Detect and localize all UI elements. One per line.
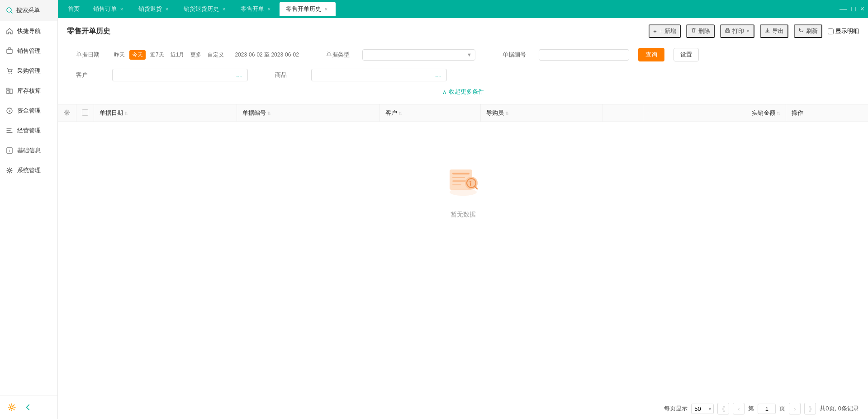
select-all-checkbox[interactable] xyxy=(82,109,88,116)
sidebar-item-label: 快捷导航 xyxy=(17,27,41,35)
tab-sales-return-history[interactable]: 销货退货历史 × xyxy=(177,2,233,16)
print-button[interactable]: 打印 ▼ xyxy=(720,24,754,38)
pagination-next-btn[interactable]: › xyxy=(789,403,801,414)
tab-retail-open-close[interactable]: × xyxy=(266,6,272,12)
date-filter-label: 单据日期 xyxy=(76,51,103,59)
svg-point-16 xyxy=(66,112,68,113)
settings-col-icon xyxy=(64,110,70,117)
doc-type-select-wrapper: ▼ xyxy=(362,49,475,61)
product-input-wrapper: ... xyxy=(311,69,447,81)
sidebar-item-sales-mgmt[interactable]: 销售管理 xyxy=(0,41,57,61)
pagination-first-btn[interactable]: ⟪ xyxy=(717,403,729,414)
doc-type-select[interactable] xyxy=(362,49,475,61)
date-today[interactable]: 今天 xyxy=(129,50,146,60)
sort-doc-date-icon: ⇅ xyxy=(124,111,128,116)
inventory-icon xyxy=(5,87,14,95)
window-restore-btn[interactable]: □ xyxy=(851,5,856,13)
th-doc-no[interactable]: 单据编号 ⇅ xyxy=(237,104,379,122)
sort-guide-icon: ⇅ xyxy=(505,111,509,116)
delete-label: 删除 xyxy=(698,27,710,35)
settings-filter-button[interactable]: 设置 xyxy=(674,48,699,61)
th-guide-sort: 导购员 ⇅ xyxy=(486,109,509,117)
display-detail-label: 显示明细 xyxy=(835,27,859,35)
customer-dots-btn[interactable]: ... xyxy=(234,71,244,79)
collapse-sidebar-icon[interactable] xyxy=(22,401,34,414)
th-customer[interactable]: 客户 ⇅ xyxy=(379,104,480,122)
tab-sales-order-close[interactable]: × xyxy=(119,6,125,12)
svg-text:¥: ¥ xyxy=(8,109,11,113)
add-button[interactable]: + + 新增 xyxy=(649,24,681,38)
date-custom[interactable]: 自定义 xyxy=(206,50,226,60)
toolbar: + + 新增 删除 打印 ▼ xyxy=(649,24,859,38)
export-button[interactable]: 导出 xyxy=(760,24,788,38)
sort-amount-icon: ⇅ xyxy=(777,111,780,116)
tab-sales-order-label: 销售订单 xyxy=(93,5,117,13)
page-size-select[interactable]: 50 10 20 100 xyxy=(691,404,714,414)
th-settings[interactable] xyxy=(58,104,76,122)
sidebar-item-inventory[interactable]: 库存核算 xyxy=(0,81,57,101)
page-input[interactable] xyxy=(758,404,776,414)
sidebar-item-system[interactable]: 系统管理 xyxy=(0,160,57,180)
sidebar-item-purchase-mgmt[interactable]: 采购管理 xyxy=(0,61,57,81)
pagination-last-btn[interactable]: ⟫ xyxy=(804,403,816,414)
tab-sales-return-close[interactable]: × xyxy=(164,6,170,12)
filter-row-customer: 客户 ... 商品 ... xyxy=(76,65,850,85)
sidebar-item-basic-info[interactable]: i 基础信息 xyxy=(0,141,57,160)
delete-button[interactable]: 删除 xyxy=(686,24,715,38)
page-header: 零售开单历史 + + 新增 删除 xyxy=(58,18,868,104)
doc-type-label: 单据类型 xyxy=(326,51,353,59)
date-yesterday[interactable]: 昨天 xyxy=(112,50,127,60)
sort-doc-no-icon: ⇅ xyxy=(267,111,271,116)
sidebar-item-quick-nav[interactable]: 快捷导航 xyxy=(0,21,57,41)
tab-sales-order[interactable]: 销售订单 × xyxy=(87,2,131,16)
filter-area: 单据日期 昨天 今天 近7天 近1月 更多 自定义 2023-06-02 至 2… xyxy=(67,44,859,104)
date-last7[interactable]: 近7天 xyxy=(148,50,166,60)
customer-input[interactable] xyxy=(116,72,234,79)
th-checkbox[interactable] xyxy=(76,104,94,122)
tab-home[interactable]: 首页 xyxy=(62,2,86,16)
refresh-label: 刷新 xyxy=(806,27,818,35)
pagination: 每页显示 50 10 20 100 ▼ ⟪ ‹ 第 页 › ⟫ 共0页, 0条记… xyxy=(58,398,868,419)
home-icon xyxy=(5,27,14,35)
pagination-prev-btn[interactable]: ‹ xyxy=(733,403,745,414)
display-detail-input[interactable] xyxy=(828,28,834,34)
collapse-filter-btn[interactable]: ∧ 收起更多条件 xyxy=(76,85,850,99)
refresh-button[interactable]: 刷新 xyxy=(794,24,822,38)
date-more[interactable]: 更多 xyxy=(189,50,203,60)
tab-retail-open-history-close[interactable]: × xyxy=(323,6,329,12)
settings-bottom-icon[interactable] xyxy=(5,401,18,414)
sidebar-search[interactable]: 搜索采单 xyxy=(0,0,57,21)
tab-retail-open[interactable]: 零售开单 × xyxy=(234,2,279,16)
th-doc-date-sort: 单据日期 ⇅ xyxy=(100,109,128,117)
window-minimize-btn[interactable]: — xyxy=(840,5,847,13)
sidebar-item-finance[interactable]: ¥ 资金管理 xyxy=(0,101,57,121)
product-dots-btn[interactable]: ... xyxy=(433,71,443,79)
query-button[interactable]: 查询 xyxy=(638,48,664,61)
th-amount[interactable]: 实销金额 ⇅ xyxy=(643,104,786,122)
export-icon xyxy=(764,28,770,35)
tab-sales-return-history-close[interactable]: × xyxy=(221,6,227,12)
th-doc-date-label: 单据日期 xyxy=(100,109,123,117)
sidebar-item-operations[interactable]: 经营管理 xyxy=(0,121,57,141)
page-title-row: 零售开单历史 + + 新增 删除 xyxy=(67,24,859,38)
th-guide[interactable]: 导购员 ⇅ xyxy=(480,104,602,122)
collapse-icon: ∧ xyxy=(442,89,447,95)
svg-point-12 xyxy=(9,169,11,172)
sidebar-item-label: 资金管理 xyxy=(17,107,41,115)
date-last-month[interactable]: 近1月 xyxy=(169,50,186,60)
doc-no-input[interactable] xyxy=(539,49,629,61)
svg-rect-15 xyxy=(726,31,729,32)
page-title: 零售开单历史 xyxy=(67,27,110,36)
th-doc-date[interactable]: 单据日期 ⇅ xyxy=(94,104,237,122)
date-range-display: 2023-06-02 至 2023-06-02 xyxy=(235,51,299,59)
tab-sales-return[interactable]: 销货退货 × xyxy=(132,2,176,16)
th-customer-label: 客户 xyxy=(385,109,397,117)
sidebar-item-label: 销售管理 xyxy=(17,47,41,55)
window-close-btn[interactable]: × xyxy=(860,5,864,13)
product-input[interactable] xyxy=(315,72,433,79)
doc-no-label: 单据编号 xyxy=(503,51,530,59)
svg-point-13 xyxy=(10,406,13,409)
tab-retail-open-history[interactable]: 零售开单历史 × xyxy=(280,2,336,16)
sales-icon xyxy=(5,47,14,55)
display-detail-checkbox[interactable]: 显示明细 xyxy=(828,27,859,35)
